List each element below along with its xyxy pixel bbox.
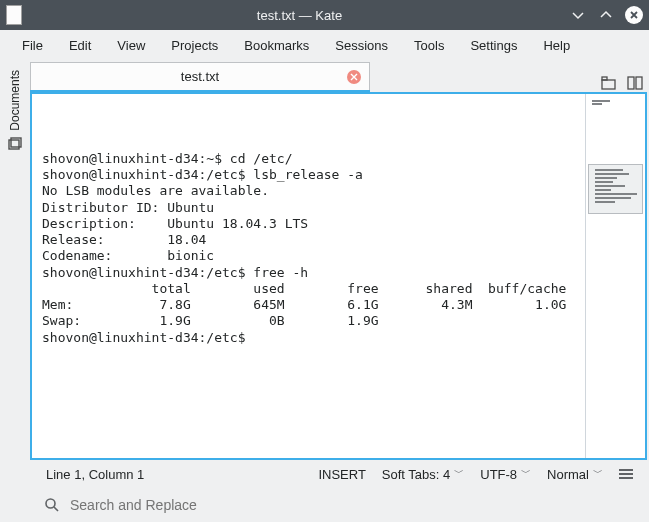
svg-rect-5 — [636, 77, 642, 89]
chevron-down-icon: ﹀ — [521, 466, 531, 480]
editor-area: shovon@linuxhint-d34:~$ cd /etc/ shovon@… — [30, 92, 647, 460]
menu-edit[interactable]: Edit — [57, 34, 103, 57]
menu-icon[interactable] — [615, 469, 637, 479]
titlebar: test.txt — Kate — [0, 0, 649, 30]
new-tab-icon[interactable] — [601, 76, 617, 90]
minimap[interactable] — [585, 94, 645, 458]
tab-active-indicator — [30, 90, 370, 92]
mode-label: Normal — [547, 467, 589, 482]
soft-tabs-selector[interactable]: Soft Tabs: 4 ﹀ — [378, 467, 468, 482]
window-controls — [569, 6, 643, 24]
menu-tools[interactable]: Tools — [402, 34, 456, 57]
minimize-button[interactable] — [569, 6, 587, 24]
maximize-button[interactable] — [597, 6, 615, 24]
hamburger-icon — [619, 469, 633, 479]
documents-icon[interactable] — [8, 137, 22, 151]
search-input[interactable] — [70, 497, 635, 513]
close-button[interactable] — [625, 6, 643, 24]
tab-label: test.txt — [181, 69, 219, 84]
document-icon — [6, 5, 22, 25]
menu-settings[interactable]: Settings — [458, 34, 529, 57]
menu-bookmarks[interactable]: Bookmarks — [232, 34, 321, 57]
svg-rect-3 — [602, 77, 607, 80]
menubar: File Edit View Projects Bookmarks Sessio… — [0, 30, 649, 60]
chevron-down-icon: ﹀ — [593, 466, 603, 480]
menu-sessions[interactable]: Sessions — [323, 34, 400, 57]
svg-rect-4 — [628, 77, 634, 89]
search-bar — [30, 488, 649, 522]
tab-bar: test.txt — [30, 60, 649, 90]
menu-help[interactable]: Help — [531, 34, 582, 57]
menu-view[interactable]: View — [105, 34, 157, 57]
chevron-down-icon: ﹀ — [454, 466, 464, 480]
svg-rect-2 — [602, 80, 615, 89]
encoding-label: UTF-8 — [480, 467, 517, 482]
mode-selector[interactable]: Normal ﹀ — [543, 467, 607, 482]
menu-file[interactable]: File — [10, 34, 55, 57]
sidebar-tab-documents[interactable]: Documents — [8, 70, 22, 131]
window-title: test.txt — Kate — [30, 8, 569, 23]
status-bar: Line 1, Column 1 INSERT Soft Tabs: 4 ﹀ U… — [30, 460, 649, 488]
menu-projects[interactable]: Projects — [159, 34, 230, 57]
encoding-selector[interactable]: UTF-8 ﹀ — [476, 467, 535, 482]
soft-tabs-label: Soft Tabs: 4 — [382, 467, 450, 482]
tab-test-txt[interactable]: test.txt — [30, 62, 370, 90]
svg-point-6 — [46, 499, 55, 508]
text-editor[interactable]: shovon@linuxhint-d34:~$ cd /etc/ shovon@… — [32, 94, 585, 458]
cursor-position[interactable]: Line 1, Column 1 — [42, 467, 148, 482]
insert-mode[interactable]: INSERT — [314, 467, 369, 482]
tab-close-button[interactable] — [347, 70, 361, 84]
svg-line-7 — [54, 507, 58, 511]
sidebar: Documents — [0, 60, 30, 522]
search-icon — [44, 497, 60, 513]
split-view-icon[interactable] — [627, 76, 643, 90]
